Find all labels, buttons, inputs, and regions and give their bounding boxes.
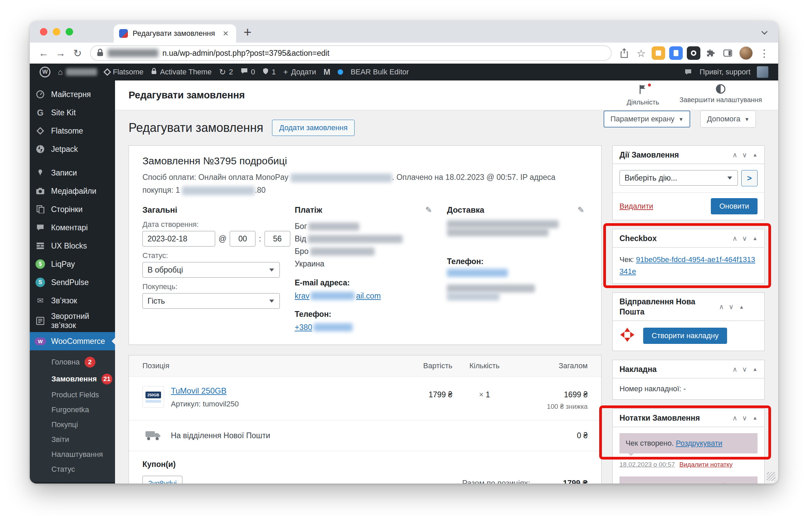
minimize-window-button[interactable] [53,28,60,36]
shipping-total: 0 ₴ [517,431,588,440]
howdy-item[interactable]: Привіт, support [696,66,772,78]
feedback-bubble-icon[interactable] [680,69,696,75]
print-receipt-link[interactable]: Роздрукувати [676,439,722,447]
sidebar-item-jetpack[interactable]: Jetpack [30,140,115,158]
back-button[interactable]: ← [36,45,51,61]
extensions-puzzle-icon[interactable] [703,45,719,61]
sidebar-item-site-kit[interactable]: G Site Kit [30,103,115,122]
delete-note-link[interactable]: Видалити нотатку [679,461,732,468]
activate-theme-item[interactable]: Activate Theme [147,64,215,80]
url-text: n.ua/wp-admin/post.php?post=3795&action=… [162,49,330,58]
status-dot-item[interactable] [334,64,347,80]
updates-item[interactable]: ↻ 2 [215,64,236,80]
edit-shipping-icon[interactable]: ✎ [578,205,584,215]
address-bar[interactable]: n.ua/wp-admin/post.php?post=3795&action=… [90,45,612,61]
sidebar-item-contact[interactable]: ✉ Зв’язок [30,291,115,310]
order-hour-input[interactable] [230,231,255,247]
toggle-panel-icon[interactable]: ▲ [752,415,758,421]
move-up-icon[interactable]: ∧ [732,365,738,373]
delete-order-link[interactable]: Видалити [619,202,653,211]
order-customer-select[interactable]: Гість [142,293,280,309]
bookmark-star-icon[interactable]: ☆ [633,45,649,61]
sidebar-item-pages[interactable]: Сторінки [30,200,115,218]
sidebar-subitem-settings[interactable]: Налаштування [30,447,115,462]
sidebar-item-media[interactable]: Медіафайли [30,182,115,200]
billing-phone-link[interactable]: +380 [295,322,312,333]
screen-options-button[interactable]: Параметри екрану ▼ [604,111,690,127]
tab-close-icon[interactable]: × [221,28,231,39]
side-panel-icon[interactable] [720,45,736,61]
sidebar-subitem-status[interactable]: Статус [30,462,115,477]
bear-bulk-editor-item[interactable]: BEAR Bulk Editor [347,64,412,80]
order-action-select[interactable]: Виберіть дію... [619,170,738,186]
comments-item[interactable]: 0 [237,64,259,80]
update-order-button[interactable]: Оновити [711,198,758,214]
coupon-code-tag[interactable]: 2yq8ydui [142,476,182,484]
site-home-item[interactable]: ⌂ [54,64,101,80]
create-waybill-button[interactable]: Створити накладну [643,328,727,344]
toggle-panel-icon[interactable]: ▲ [752,152,758,158]
reload-button[interactable]: ↻ [70,45,85,61]
close-window-button[interactable] [40,28,47,36]
sidebar-item-ux-blocks[interactable]: UX Blocks [30,237,115,255]
extension-orange-icon[interactable] [652,46,665,60]
sidebar-subitem-customers[interactable]: Покупці [30,417,115,432]
browser-menu-icon[interactable]: ⋮ [757,45,772,61]
toggle-panel-icon[interactable]: ▲ [739,304,744,310]
sidebar-item-liqpay[interactable]: $ LiqPay [30,255,115,273]
toggle-panel-icon[interactable]: ▲ [752,235,758,241]
security-item[interactable]: 1 [259,64,279,80]
sidebar-subitem-orders[interactable]: Замовлення 21 [30,371,115,388]
toggle-panel-icon[interactable]: ▲ [752,366,758,372]
apply-action-button[interactable]: > [741,170,758,186]
add-order-button[interactable]: Додати замовлення [272,120,355,136]
sidebar-item-woocommerce[interactable]: W WooCommerce [30,332,115,350]
maximize-window-button[interactable] [66,28,73,36]
receipt-uuid-link[interactable]: 91be05be-fdcd-4954-ae1f-464f1313341e [619,255,755,276]
sidebar-item-flatsome[interactable]: Flatsome [30,122,115,140]
sidebar-subitem-product-fields[interactable]: Product Fields [30,388,115,402]
sidebar-item-sendpulse[interactable]: S SendPulse [30,273,115,291]
profile-avatar[interactable] [739,46,753,60]
wp-logo-icon[interactable]: W [36,64,54,80]
move-down-icon[interactable]: ∨ [729,303,734,311]
items-subtotal: 1799 ₴ [540,479,588,484]
browser-tab[interactable]: Редагувати замовлення “Ord × [114,24,236,43]
extension-blue-icon[interactable] [669,46,683,60]
tab-search-icon[interactable] [762,29,767,35]
sidebar-item-feedback[interactable]: Зворотний зв’язок [30,310,115,332]
flatsome-adminbar-item[interactable]: Flatsome [101,64,147,80]
billing-email-link[interactable]: krav [295,290,309,302]
help-button[interactable]: Допомога ▼ [700,111,756,127]
sidebar-subitem-furgonetka[interactable]: Furgonetka [30,402,115,417]
sidebar-subitem-reports[interactable]: Звіти [30,432,115,447]
move-up-icon[interactable]: ∧ [719,303,724,311]
move-up-icon[interactable]: ∧ [732,414,738,422]
finish-setup-button[interactable]: Завершити налаштування [679,84,762,106]
new-content-item[interactable]: + Додати [279,64,320,80]
sidebar-item-maysternya[interactable]: Майстерня [30,85,115,103]
edit-billing-icon[interactable]: ✎ [425,205,432,215]
share-icon[interactable] [616,45,632,61]
order-details-panel: Замовлення №3795 подробиці Спосіб оплати… [129,145,602,345]
sidebar-item-posts[interactable]: Записи [30,164,115,182]
move-up-icon[interactable]: ∧ [732,151,738,159]
activity-button[interactable]: Діяльність [627,84,659,106]
order-status-select[interactable]: В обробці [142,262,280,278]
new-tab-button[interactable]: + [244,24,251,40]
order-minute-input[interactable] [265,231,290,247]
move-down-icon[interactable]: ∨ [742,365,747,373]
move-down-icon[interactable]: ∨ [742,151,747,159]
window-resize-handle[interactable] [767,472,775,481]
flatsome-icon [103,68,111,76]
forward-button[interactable]: → [53,45,68,61]
monsterinsights-item[interactable]: M [320,64,334,80]
extension-camera-icon[interactable] [687,46,700,60]
move-down-icon[interactable]: ∨ [742,234,747,242]
move-up-icon[interactable]: ∧ [732,234,738,242]
order-date-input[interactable] [142,231,215,247]
product-link[interactable]: TuMovil 250GB [171,386,227,395]
sidebar-item-comments[interactable]: Коментарі [30,218,115,237]
sidebar-subitem-holovna[interactable]: Головна 2 [30,354,115,371]
move-down-icon[interactable]: ∨ [742,414,747,422]
